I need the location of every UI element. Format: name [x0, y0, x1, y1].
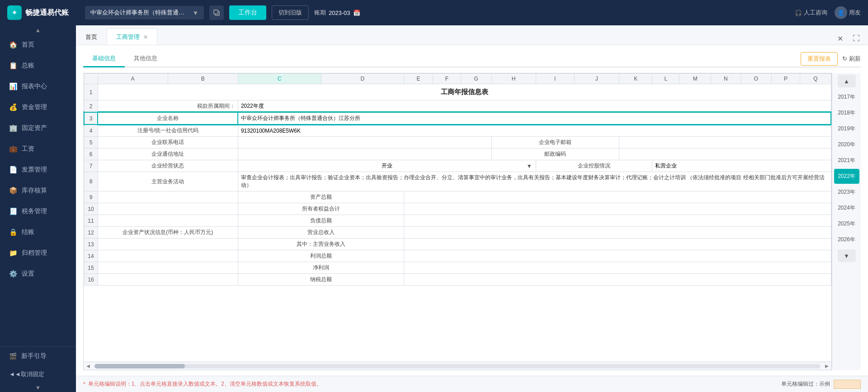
row11-value[interactable] — [404, 215, 831, 227]
row6-address[interactable] — [238, 148, 491, 160]
row3-label[interactable]: 企业名称 — [98, 112, 238, 124]
row-num-15: 15 — [84, 262, 98, 274]
col-header-d: D — [321, 74, 404, 84]
scroll-right-button[interactable]: ► — [822, 363, 831, 369]
sub-tab-basic[interactable]: 基础信息 — [83, 51, 125, 67]
year-item-2023[interactable]: 2023年 — [834, 185, 859, 200]
sidebar-item-stock[interactable]: 📦 库存核算 — [0, 180, 76, 201]
refresh-button[interactable]: ↻ 刷新 — [842, 55, 861, 63]
year-item-2024[interactable]: 2024年 — [834, 201, 859, 215]
row8-value[interactable]: 审查企业会计报表；出具审计报告；验证企业资本；出具验资报告；办理企业合开、分立、… — [238, 172, 831, 191]
row2-value[interactable]: 2022年度 — [238, 100, 831, 113]
row10-value[interactable] — [404, 203, 831, 215]
year-item-2020[interactable]: 2020年 — [834, 137, 859, 152]
horizontal-scrollbar[interactable]: ◄ ► — [84, 362, 831, 370]
sidebar-item-home[interactable]: 🏠 首页 — [0, 34, 76, 55]
row5-phone[interactable] — [238, 137, 491, 148]
row11-label: 负债总额 — [238, 215, 404, 227]
sidebar-scroll-down[interactable]: ▼ — [0, 383, 76, 392]
table-row: 2 税款所属期间： 2022年度 — [84, 100, 831, 113]
scroll-thumb[interactable] — [94, 364, 185, 368]
col-header-b: B — [168, 74, 238, 84]
title-cell[interactable]: 工商年报信息表 — [98, 84, 831, 100]
sidebar-scroll-up[interactable]: ▲ — [0, 25, 76, 34]
row14-value[interactable] — [404, 250, 831, 262]
tab-home[interactable]: 首页 — [76, 29, 107, 45]
year-item-2017[interactable]: 2017年 — [834, 90, 859, 105]
row7-control-value[interactable]: 私营企业 — [652, 160, 831, 172]
row12-value[interactable] — [404, 227, 831, 239]
content-area: 首页 工商管理 ✕ ✕ ⛶ 基础信息 其他信息 — [76, 25, 868, 392]
row7-status[interactable]: 开业 ▼ — [238, 160, 536, 172]
sidebar-item-settings[interactable]: ⚙️ 设置 — [0, 263, 76, 284]
close-panel-button[interactable]: ✕ — [834, 32, 846, 45]
row9-value[interactable] — [404, 191, 831, 203]
tab-industry[interactable]: 工商管理 ✕ — [107, 29, 157, 45]
status-example-cell — [834, 380, 861, 389]
row6-zip[interactable] — [619, 148, 831, 160]
year-nav-down-button[interactable]: ▼ — [838, 249, 856, 262]
sidebar-item-invoice[interactable]: 📄 发票管理 — [0, 159, 76, 180]
sidebar-item-archive[interactable]: 📁 归档管理 — [0, 243, 76, 263]
col-header-g: G — [461, 74, 491, 84]
year-item-2022[interactable]: 2022年 — [834, 169, 859, 184]
year-item-2018[interactable]: 2018年 — [834, 105, 859, 120]
row10-label: 所有者权益合计 — [238, 203, 404, 215]
row15-value[interactable] — [404, 262, 831, 274]
row-num-1: 1 — [84, 84, 98, 100]
main-layout: ▲ 🏠 首页 📋 总账 📊 报表中心 💰 资金管理 🏢 固定资产 💼 工资 📄 … — [0, 25, 868, 392]
sidebar-item-tax[interactable]: 🧾 税务管理 — [0, 201, 76, 222]
row16-empty — [98, 274, 238, 286]
user-area[interactable]: 👤 用友 — [835, 6, 861, 19]
tab-close-icon[interactable]: ✕ — [143, 34, 148, 40]
col-header-i: I — [536, 74, 574, 84]
row4-value[interactable]: 91320100MA208E5W6K — [238, 124, 831, 137]
row-num-9: 9 — [84, 191, 98, 203]
year-item-2021[interactable]: 2021年 — [834, 153, 859, 168]
settings-icon: ⚙️ — [9, 270, 17, 278]
year-nav-up-button[interactable]: ▲ — [838, 75, 856, 87]
calendar-icon[interactable]: 📅 — [353, 10, 360, 16]
table-row-selected: 3 企业名称 中审众环会计师事务所（特殊普通合伙）江苏分所 — [84, 112, 831, 124]
period-label: 账期 — [314, 9, 326, 17]
scroll-track[interactable] — [94, 364, 821, 368]
sidebar-item-finance[interactable]: 💰 资金管理 — [0, 97, 76, 118]
row13-value[interactable] — [404, 239, 831, 250]
sidebar-item-ledger[interactable]: 📋 总账 — [0, 55, 76, 76]
company-selector[interactable]: 中审众环会计师事务所（特殊普通合伙... ▼ — [85, 6, 204, 19]
sub-tab-other-label: 其他信息 — [134, 55, 157, 62]
sidebar-label-finance: 资金管理 — [22, 103, 47, 111]
sidebar-bottom: 🎬 新手引导 ◄◄取消固定 — [0, 346, 76, 383]
row3-value[interactable]: 中审众环会计师事务所（特殊普通合伙）江苏分所 — [238, 112, 831, 124]
col-header-f: F — [433, 74, 461, 84]
sidebar-item-close-account[interactable]: 🔒 结账 — [0, 222, 76, 243]
year-item-2026[interactable]: 2026年 — [834, 232, 859, 247]
sub-tabs: 基础信息 其他信息 — [83, 51, 166, 67]
row5-email[interactable] — [619, 137, 831, 148]
sub-tab-other[interactable]: 其他信息 — [125, 51, 166, 67]
spreadsheet-scroll-container[interactable]: A B C D E F G H I J — [84, 73, 831, 362]
tax-icon: 🧾 — [9, 207, 17, 215]
row14-label: 利润总额 — [238, 250, 404, 262]
year-item-2019[interactable]: 2019年 — [834, 121, 859, 136]
user-label: 用友 — [849, 9, 861, 17]
sidebar-label-close-account: 结账 — [22, 228, 34, 236]
sidebar-item-report[interactable]: 📊 报表中心 — [0, 76, 76, 97]
reset-report-button[interactable]: 重置报表 — [801, 52, 838, 66]
col-header-row: A B C D E F G H I J — [84, 74, 831, 84]
sidebar-item-fixed[interactable]: 🏢 固定资产 — [0, 118, 76, 139]
guide-icon: 🎬 — [9, 353, 17, 360]
ai-consult-button[interactable]: 🎧 人工咨询 — [795, 9, 827, 17]
scroll-left-button[interactable]: ◄ — [84, 363, 93, 369]
cancel-fix-button[interactable]: ◄◄取消固定 — [0, 366, 76, 383]
copy-icon-button[interactable] — [209, 5, 224, 20]
dropdown-arrow-icon: ▼ — [527, 163, 532, 169]
expand-panel-button[interactable]: ⛶ — [850, 32, 863, 45]
new-guide-button[interactable]: 🎬 新手引导 — [0, 347, 76, 366]
sidebar-item-salary[interactable]: 💼 工资 — [0, 139, 76, 159]
year-item-2025[interactable]: 2025年 — [834, 216, 859, 231]
row16-value[interactable] — [404, 274, 831, 286]
workbench-button[interactable]: 工作台 — [229, 5, 266, 20]
switch-old-button[interactable]: 切到旧版 — [272, 5, 309, 20]
status-hint-icon: * — [83, 381, 85, 387]
